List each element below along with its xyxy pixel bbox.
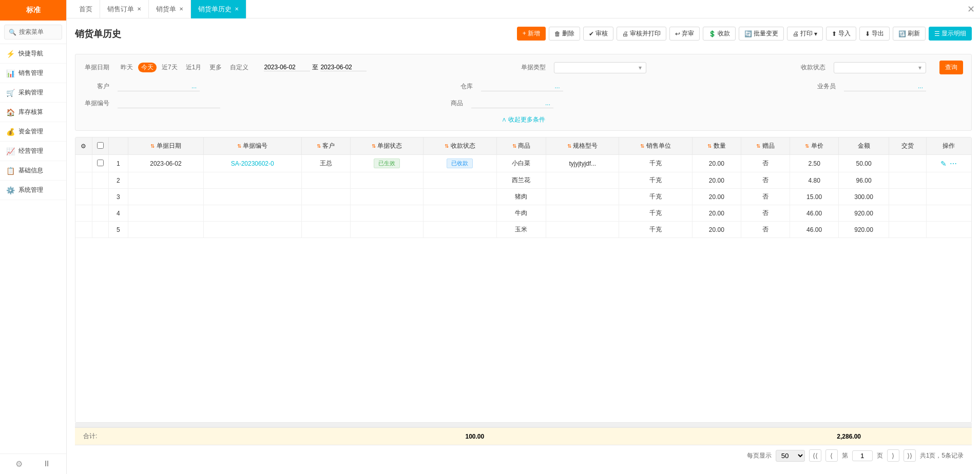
prev-page-button[interactable]: ⟨	[825, 449, 838, 462]
orderno-cell[interactable]: SA-20230602-0	[203, 155, 301, 172]
sidebar: 标准 🔍 搜索菜单 ⚡ 快捷导航 📊 销售管理 🛒 采购管理 🏠 库存核算 💰 …	[0, 0, 67, 474]
sidebar-item-basic[interactable]: 📋 基础信息	[0, 161, 66, 181]
spec-column-header[interactable]: ⇅ 规格型号	[546, 137, 619, 155]
tab-home[interactable]: 首页	[72, 0, 100, 18]
search-menu-button[interactable]: 🔍 搜索菜单	[4, 25, 62, 40]
collect-button[interactable]: 💲 收款	[703, 27, 736, 41]
sidebar-item-finance[interactable]: 💰 资金管理	[0, 122, 66, 142]
sidebar-item-operation[interactable]: 📈 经营管理	[0, 142, 66, 161]
sidebar-settings-icon[interactable]: ⚙	[15, 459, 23, 469]
check-cell[interactable]	[92, 172, 108, 189]
date-sort-icon: ⇅	[150, 143, 155, 149]
check-cell[interactable]	[92, 222, 108, 238]
unit-column-header[interactable]: ⇅ 销售单位	[619, 137, 692, 155]
row-checkbox[interactable]	[97, 160, 104, 166]
orderstatus-cell: 已生效	[350, 155, 423, 172]
next-page-button[interactable]: ⟩	[887, 449, 899, 462]
orderno-cell[interactable]	[203, 172, 301, 189]
table-header-row: ⚙ ⇅ 单据日期 ⇅ 单据编号 ⇅ 客户 ⇅ 单据状态 ⇅ 收款状态 ⇅ 商品 …	[75, 137, 971, 155]
import-button[interactable]: ⬆ 导入	[826, 27, 856, 41]
goods-dots[interactable]: ...	[545, 100, 550, 107]
last-page-button[interactable]: ⟩⟩	[904, 449, 916, 462]
customer-dots[interactable]: ...	[191, 83, 197, 90]
customer-column-header[interactable]: ⇅ 客户	[301, 137, 350, 155]
date-cell: 2023-06-02	[128, 155, 203, 172]
date-column-header[interactable]: ⇅ 单据日期	[128, 137, 203, 155]
review-print-button[interactable]: 🖨 审核并打印	[617, 27, 666, 41]
goods-input[interactable]	[471, 98, 543, 108]
warehouse-dots[interactable]: ...	[555, 83, 560, 90]
export-button[interactable]: ⬇ 导出	[859, 27, 890, 41]
more-icon[interactable]: ⋯	[950, 160, 957, 168]
review-button[interactable]: ✔ 审核	[583, 27, 613, 41]
order-no-link[interactable]: SA-20230602-0	[231, 160, 274, 167]
salesman-input[interactable]	[844, 82, 916, 91]
refresh-button[interactable]: 🔃 刷新	[893, 27, 926, 41]
abandon-button[interactable]: ↩ 弃审	[669, 27, 700, 41]
first-page-button[interactable]: ⟨⟨	[809, 449, 821, 462]
sidebar-item-quicknav[interactable]: ⚡ 快捷导航	[0, 44, 66, 64]
date-tag-1month[interactable]: 近1月	[183, 63, 205, 72]
batch-change-button[interactable]: 🔄 批量变更	[739, 27, 784, 41]
check-cell[interactable]	[92, 205, 108, 222]
sidebar-item-sales[interactable]: 📊 销售管理	[0, 64, 66, 83]
delete-button[interactable]: 🗑 删除	[549, 27, 580, 41]
date-tag-7days[interactable]: 近7天	[159, 63, 181, 72]
edit-icon[interactable]: ✎	[940, 160, 947, 168]
tab-close-all-button[interactable]: ✕	[967, 4, 975, 15]
warehouse-input[interactable]	[481, 82, 553, 91]
tab-sales-history-close[interactable]: ✕	[235, 6, 239, 12]
gear-column-header[interactable]: ⚙	[75, 137, 92, 155]
export-icon: ⬇	[865, 30, 870, 37]
print-button[interactable]: 🖨 打印 ▾	[787, 27, 823, 41]
query-button[interactable]: 查询	[939, 61, 963, 74]
orderstatus-column-header[interactable]: ⇅ 单据状态	[350, 137, 423, 155]
sidebar-item-system[interactable]: ⚙️ 系统管理	[0, 181, 66, 200]
date-from-input[interactable]	[264, 64, 310, 71]
collectstatus-cell: 已收款	[424, 155, 496, 172]
price-column-header[interactable]: ⇅ 单价	[790, 137, 839, 155]
orderstatus-sort-icon: ⇅	[372, 143, 376, 149]
qty-column-header[interactable]: ⇅ 数量	[692, 137, 741, 155]
customer-cell	[301, 222, 350, 238]
collect-status-select[interactable]: ▾	[834, 62, 926, 73]
date-to-input[interactable]	[320, 64, 367, 71]
select-all-checkbox[interactable]	[97, 142, 104, 149]
date-tag-today[interactable]: 今天	[138, 63, 157, 72]
salesman-dots[interactable]: ...	[918, 83, 923, 90]
date-tag-yesterday[interactable]: 昨天	[118, 63, 136, 72]
tab-sales-goods[interactable]: 销货单 ✕	[149, 0, 191, 18]
tab-sales-order[interactable]: 销售订单 ✕	[100, 0, 149, 18]
sidebar-item-label: 库存核算	[18, 108, 43, 116]
tab-sales-goods-close[interactable]: ✕	[179, 6, 183, 12]
check-cell[interactable]	[92, 155, 108, 172]
tab-sales-history[interactable]: 销货单历史 ✕	[191, 0, 246, 18]
show-detail-button[interactable]: ☰ 显示明细	[929, 27, 972, 41]
per-page-select[interactable]: 50 20 100	[776, 450, 805, 462]
orderno-cell[interactable]	[203, 205, 301, 222]
customer-input[interactable]	[118, 82, 189, 91]
gift-column-header[interactable]: ⇅ 赠品	[741, 137, 790, 155]
sidebar-item-inventory[interactable]: 🏠 库存核算	[0, 103, 66, 122]
check-cell[interactable]	[92, 189, 108, 205]
orderno-cell[interactable]	[203, 189, 301, 205]
horizontal-scrollbar[interactable]	[75, 423, 972, 427]
type-select[interactable]: ▾	[554, 62, 646, 73]
collectstatus-column-header[interactable]: ⇅ 收款状态	[424, 137, 496, 155]
date-tag-custom[interactable]: 自定义	[227, 63, 252, 72]
export-label: 导出	[872, 29, 884, 38]
date-tag-more[interactable]: 更多	[206, 63, 225, 72]
warehouse-input-group: ...	[481, 82, 563, 91]
collapse-label: 收起更多条件	[508, 116, 545, 123]
tab-sales-order-close[interactable]: ✕	[137, 6, 141, 12]
order-no-input[interactable]	[118, 98, 220, 108]
check-column-header[interactable]	[92, 137, 108, 155]
page-number-input[interactable]	[852, 450, 873, 461]
new-button[interactable]: + 新增	[517, 27, 546, 41]
sidebar-collapse-icon[interactable]: ⏸	[43, 459, 51, 469]
filter-collapse[interactable]: ∧ 收起更多条件	[84, 113, 963, 124]
goods-column-header[interactable]: ⇅ 商品	[496, 137, 546, 155]
sidebar-item-purchase[interactable]: 🛒 采购管理	[0, 83, 66, 103]
orderno-column-header[interactable]: ⇅ 单据编号	[203, 137, 301, 155]
orderno-cell[interactable]	[203, 222, 301, 238]
